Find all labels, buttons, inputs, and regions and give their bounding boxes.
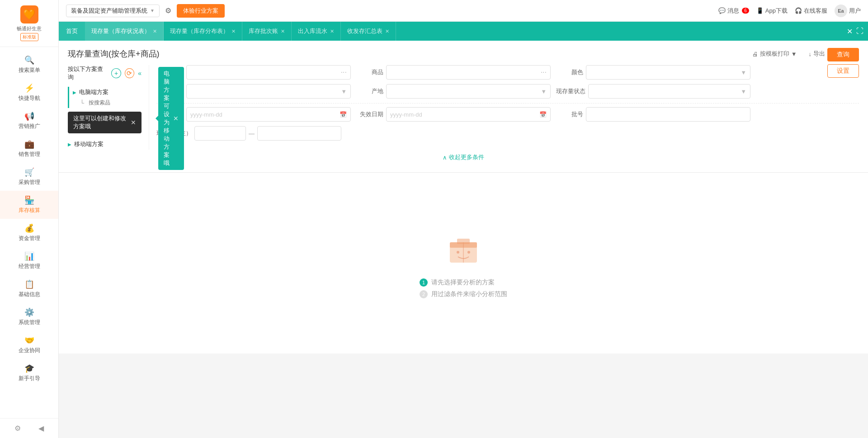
export-icon: ↓ (809, 51, 812, 57)
mobile-scheme-expand-icon[interactable]: ▶ (68, 142, 71, 147)
tab-close-batch-ledger[interactable]: ✕ (281, 28, 285, 34)
tab-inventory-dist[interactable]: 现存量（库存分布表） ✕ (164, 22, 242, 41)
sidebar-item-finance[interactable]: 💰 资金管理 (0, 219, 58, 247)
pc-scheme-expand-icon[interactable]: ▶ (73, 90, 76, 95)
industry-btn[interactable]: 体验行业方案 (177, 4, 225, 18)
edit-scheme-btn[interactable]: ⟳ (125, 68, 134, 78)
size-select[interactable]: ▼ (186, 84, 351, 99)
query-btn[interactable]: 查询 (827, 48, 859, 61)
goods-dots: ··· (541, 68, 547, 76)
content-area: 现存量查询(按仓库+商品) 🖨 按模板打印 ▼ ↓ 导出 ↻ 刷新 (59, 41, 868, 438)
stock-max-input[interactable] (257, 126, 341, 141)
filter-header: 按以下方案查询 + ⟳ « (68, 65, 142, 81)
size-arrow-icon: ▼ (341, 88, 347, 95)
batch-input[interactable] (586, 107, 750, 122)
pc-scheme-row: ▶ 电脑端方案 (73, 87, 142, 98)
print-icon: 🖨 (752, 51, 758, 57)
tab-fullscreen-icon[interactable]: ⛶ (856, 27, 863, 35)
stock-status-select[interactable]: ▼ (588, 84, 750, 99)
produce-date-calendar-icon: 📅 (340, 111, 347, 118)
pc-scheme-sub-row: └ 按搜索品 (80, 98, 142, 108)
sidebar-item-search[interactable]: 🔍 搜索菜单 (0, 51, 58, 79)
svg-rect-3 (457, 239, 470, 244)
tab-close-inventory-dist[interactable]: ✕ (231, 28, 236, 34)
sidebar-item-sales[interactable]: 💼 销售管理 (0, 135, 58, 163)
settings-bottom-icon[interactable]: ⚙ (14, 424, 21, 433)
tab-close-inout-flow[interactable]: ✕ (330, 28, 334, 34)
filter-row-3: 生产日期 yyyy-mm-dd 📅 失效日期 yyyy-mm-dd 📅 (156, 107, 859, 122)
sidebar: 🧡 畅通好生意 标准版 🔍 搜索菜单 ⚡ 快捷导航 📢 营销推广 💼 销售管理 … (0, 0, 59, 438)
tab-close-all-icon[interactable]: ✕ (847, 27, 853, 36)
empty-steps: 1 请先选择要分析的方案 2 用过滤条件来缩小分析范围 (420, 278, 507, 302)
indent-icon: └ (80, 99, 84, 106)
tooltip2: 这里可以创建和修改方案哦 ✕ (68, 112, 142, 133)
collapse-btn[interactable]: ∧ 收起更多条件 (68, 150, 859, 165)
stock-status-arrow-icon: ▼ (741, 88, 746, 95)
step1-num: 1 (420, 278, 428, 287)
sidebar-item-marketing[interactable]: 📢 营销推广 (0, 107, 58, 135)
sidebar-item-enterprise[interactable]: 🤝 企业协同 (0, 331, 58, 359)
scheme-panel: 按以下方案查询 + ⟳ « 电脑方案可设为移动方案哦 ✕ (68, 65, 149, 150)
sidebar-nav: 🔍 搜索菜单 ⚡ 快捷导航 📢 营销推广 💼 销售管理 🛒 采购管理 🏪 库存核… (0, 47, 58, 418)
expire-date-input[interactable]: yyyy-mm-dd 📅 (386, 107, 551, 122)
basic-icon: 📋 (24, 279, 34, 289)
stock-min-input[interactable] (194, 126, 246, 141)
filter-area: 现存量查询(按仓库+商品) 🖨 按模板打印 ▼ ↓ 导出 ↻ 刷新 (59, 41, 868, 173)
sidebar-bottom: ⚙ ◀ (0, 418, 58, 438)
empty-state: 1 请先选择要分析的方案 2 用过滤条件来缩小分析范围 (410, 188, 516, 338)
support-icon: 🎧 (795, 7, 802, 14)
page-title: 现存量查询(按仓库+商品) (68, 48, 160, 59)
scheme-arrow-icon[interactable]: « (138, 70, 142, 77)
purchase-icon: 🛒 (24, 167, 34, 177)
filter-row-4: 现存量（主） — (156, 126, 859, 141)
tab-close-receive-summary[interactable]: ✕ (385, 28, 389, 34)
tab-inout-flow[interactable]: 出入库流水 ✕ (292, 22, 341, 41)
tab-home[interactable]: 首页 (59, 22, 85, 41)
online-support-item[interactable]: 🎧 在线客服 (795, 7, 827, 15)
export-btn[interactable]: ↓ 导出 (805, 48, 829, 60)
tab-close-inventory-status[interactable]: ✕ (153, 28, 157, 34)
sidebar-item-purchase[interactable]: 🛒 采购管理 (0, 163, 58, 191)
user-item[interactable]: Ea 用户 (835, 5, 861, 17)
reset-btn[interactable]: 设置 (827, 64, 859, 78)
header-settings-icon[interactable]: ⚙ (165, 6, 171, 15)
system-icon: ⚙️ (24, 307, 34, 317)
tooltip2-close[interactable]: ✕ (131, 119, 136, 126)
warehouse-select[interactable]: ··· (186, 65, 351, 80)
guide-icon: 🎓 (24, 363, 34, 373)
origin-select[interactable]: ▼ (386, 84, 551, 99)
logo-badge: 标准版 (20, 33, 38, 41)
mobile-scheme-section: ▶ 移动端方案 (68, 139, 142, 150)
collapse-sidebar-icon[interactable]: ◀ (38, 424, 44, 433)
main-content: 装备及固定资产辅助管理系统 ▼ ⚙ 体验行业方案 💬 消息 6 📱 App下载 … (59, 0, 868, 438)
system-selector[interactable]: 装备及固定资产辅助管理系统 ▼ (66, 5, 160, 17)
expire-date-calendar-icon: 📅 (539, 111, 547, 118)
search-btn-area: 查询 设置 (827, 48, 859, 78)
pc-scheme-section: ▶ 电脑端方案 └ 按搜索品 (68, 87, 142, 108)
tab-inventory-status[interactable]: 现存量（库存状况表） ✕ (85, 22, 164, 41)
produce-date-input[interactable]: yyyy-mm-dd 📅 (186, 107, 351, 122)
app-download-item[interactable]: 📱 App下载 (756, 7, 788, 15)
tab-batch-ledger[interactable]: 库存批次账 ✕ (242, 22, 292, 41)
sidebar-item-guide[interactable]: 🎓 新手引导 (0, 359, 58, 387)
tab-receive-summary[interactable]: 收发存汇总表 ✕ (341, 22, 396, 41)
empty-state-area: 1 请先选择要分析的方案 2 用过滤条件来缩小分析范围 (59, 173, 868, 353)
enterprise-icon: 🤝 (24, 335, 34, 345)
mobile-icon: 📱 (756, 7, 764, 14)
header-left: 装备及固定资产辅助管理系统 ▼ ⚙ 体验行业方案 (66, 4, 225, 18)
sidebar-item-system[interactable]: ⚙️ 系统管理 (0, 303, 58, 331)
sidebar-item-inventory[interactable]: 🏪 库存核算 (0, 191, 58, 219)
color-select[interactable]: ▼ (586, 65, 750, 80)
tooltip2-container: 这里可以创建和修改方案哦 ✕ (68, 112, 142, 133)
sidebar-item-quick[interactable]: ⚡ 快捷导航 (0, 79, 58, 107)
notifications-item[interactable]: 💬 消息 6 (718, 7, 749, 15)
pc-scheme-sub: └ 按搜索品 (73, 98, 142, 108)
tab-bar: 首页 现存量（库存状况表） ✕ 现存量（库存分布表） ✕ 库存批次账 ✕ 出入库… (59, 22, 868, 41)
goods-select[interactable]: ··· (386, 65, 551, 80)
add-scheme-btn[interactable]: + (111, 68, 121, 78)
print-btn[interactable]: 🖨 按模板打印 ▼ (749, 48, 801, 60)
sidebar-item-operation[interactable]: 📊 经营管理 (0, 247, 58, 275)
tooltip1-close[interactable]: ✕ (173, 115, 179, 122)
sidebar-item-basic[interactable]: 📋 基础信息 (0, 275, 58, 303)
origin-arrow-icon: ▼ (541, 88, 547, 95)
